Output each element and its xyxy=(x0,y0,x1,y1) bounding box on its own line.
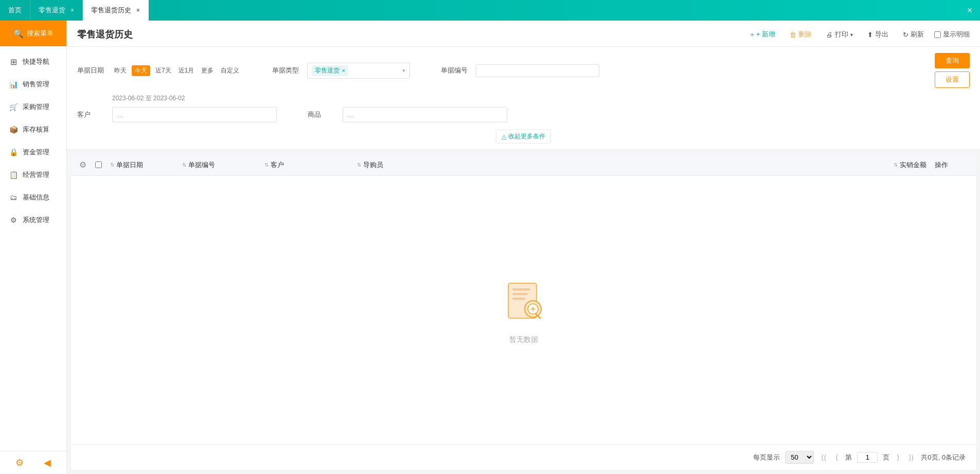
collapse-icon: △ xyxy=(502,133,506,140)
quick-nav-icon: ⊞ xyxy=(8,57,19,67)
bill-no-input[interactable] xyxy=(476,64,599,77)
sidebar-item-operations-label: 经营管理 xyxy=(23,170,49,179)
date-shortcut-1month[interactable]: 近1月 xyxy=(176,65,197,76)
bill-type-tag: 零售退货 × xyxy=(312,65,348,76)
filter-row-2: 客户 … 商品 … xyxy=(77,107,970,122)
customer-input[interactable]: … xyxy=(112,107,277,122)
sidebar-settings-button[interactable]: ⚙ xyxy=(15,457,24,468)
sidebar-item-purchase-mgmt[interactable]: 🛒 采购管理 xyxy=(0,96,66,118)
print-icon: 🖨 xyxy=(826,31,833,39)
date-shortcut-7days[interactable]: 近7天 xyxy=(153,65,173,76)
date-shortcuts: 昨天 今天 近7天 近1月 更多 自定义 xyxy=(112,65,241,76)
date-shortcut-custom[interactable]: 自定义 xyxy=(219,65,241,76)
page-label: 第 xyxy=(845,453,852,462)
customer-filter: 客户 … xyxy=(77,107,277,122)
table-select-all[interactable] xyxy=(91,161,106,168)
tab-retail-return-close[interactable]: × xyxy=(70,7,74,14)
sidebar-item-system-mgmt[interactable]: ⚙ 系统管理 xyxy=(0,209,66,231)
query-button[interactable]: 查询 xyxy=(935,53,970,68)
sidebar: 🔍 搜索菜单 ⊞ 快捷导航 📊 销售管理 🛒 采购管理 📦 库存核算 🔒 xyxy=(0,21,67,474)
th-date[interactable]: ⇅ 单据日期 xyxy=(106,160,178,170)
sidebar-item-basic-info[interactable]: 🗂 基础信息 xyxy=(0,186,66,209)
export-icon: ⬆ xyxy=(867,31,873,39)
sidebar-item-finance[interactable]: 🔒 资金管理 xyxy=(0,141,66,163)
sidebar-item-inventory-label: 库存核算 xyxy=(23,125,49,134)
sidebar-item-quick-nav[interactable]: ⊞ 快捷导航 xyxy=(0,50,66,73)
date-shortcut-today[interactable]: 今天 xyxy=(132,65,150,76)
sort-guide-icon: ⇅ xyxy=(357,162,361,168)
new-icon: + xyxy=(750,31,754,39)
th-amount[interactable]: ⇅ 实销金额 xyxy=(869,160,931,170)
new-button[interactable]: + + 新增 xyxy=(746,28,779,41)
sidebar-item-operations[interactable]: 📋 经营管理 xyxy=(0,163,66,186)
date-range-display: 2023-06-02 至 2023-06-02 xyxy=(112,95,185,102)
show-detail-checkbox[interactable] xyxy=(934,31,941,38)
setting-button[interactable]: 设置 xyxy=(935,71,970,88)
page-number-input[interactable] xyxy=(857,452,878,463)
per-page-select[interactable]: 50 20 100 xyxy=(785,451,814,464)
window-close-button[interactable]: × xyxy=(959,0,980,21)
operations-icon: 📋 xyxy=(8,170,19,180)
tab-retail-return-history[interactable]: 零售退货历史 × xyxy=(83,0,149,21)
pagination: 每页显示 50 20 100 ⟨⟨ ⟨ 第 页 ⟩ ⟩⟩ 共0页, 0条记录 xyxy=(71,444,976,470)
bill-type-tag-close[interactable]: × xyxy=(342,67,345,74)
delete-button[interactable]: 🗑 删除 xyxy=(786,28,816,41)
refresh-icon: ↻ xyxy=(903,31,908,39)
goods-input[interactable]: … xyxy=(343,107,507,122)
tab-retail-return-history-close[interactable]: × xyxy=(136,7,140,14)
svg-rect-1 xyxy=(512,288,530,290)
show-detail-label-text: 显示明细 xyxy=(943,30,970,39)
print-button[interactable]: 🖨 打印 ▾ xyxy=(822,28,857,41)
th-billno[interactable]: ⇅ 单据编号 xyxy=(178,160,260,170)
bill-type-select[interactable]: 零售退货 × ▾ xyxy=(307,63,410,79)
sidebar-item-system-mgmt-label: 系统管理 xyxy=(23,215,49,225)
table-settings-button[interactable]: ⚙ xyxy=(75,160,91,170)
bill-type-filter: 单据类型 零售退货 × ▾ xyxy=(272,63,410,79)
top-bar: 首页 零售退货 × 零售退货历史 × × xyxy=(0,0,980,21)
page-first-button[interactable]: ⟨⟨ xyxy=(819,452,828,463)
sort-date-icon: ⇅ xyxy=(110,162,114,168)
sidebar-item-inventory[interactable]: 📦 库存核算 xyxy=(0,118,66,141)
goods-filter: 商品 … xyxy=(308,107,507,122)
empty-illustration xyxy=(498,276,549,327)
th-guide[interactable]: ⇅ 导购员 xyxy=(353,160,869,170)
tab-retail-return[interactable]: 零售退货 × xyxy=(30,0,83,21)
sidebar-item-sales-mgmt[interactable]: 📊 销售管理 xyxy=(0,73,66,96)
svg-rect-2 xyxy=(512,293,528,295)
sort-customer-icon: ⇅ xyxy=(264,162,269,168)
bill-type-tag-value: 零售退货 xyxy=(315,66,340,75)
refresh-button[interactable]: ↻ 刷新 xyxy=(899,28,928,41)
th-customer[interactable]: ⇅ 客户 xyxy=(260,160,353,170)
basic-info-icon: 🗂 xyxy=(8,192,19,203)
collapse-button[interactable]: △ 收起更多条件 xyxy=(496,130,551,143)
sidebar-item-purchase-mgmt-label: 采购管理 xyxy=(23,102,49,112)
sidebar-item-sales-mgmt-label: 销售管理 xyxy=(23,80,49,89)
th-action-label: 操作 xyxy=(935,160,948,170)
page-prev-button[interactable]: ⟨ xyxy=(833,452,840,463)
collapse-row: △ 收起更多条件 xyxy=(77,127,970,143)
page-title: 零售退货历史 xyxy=(77,28,133,41)
sidebar-collapse-button[interactable]: ◀ xyxy=(44,457,51,468)
select-all-checkbox[interactable] xyxy=(95,161,102,168)
tab-retail-return-label: 零售退货 xyxy=(39,6,65,15)
export-label: 导出 xyxy=(875,30,888,39)
th-amount-label: 实销金额 xyxy=(900,160,926,170)
th-customer-label: 客户 xyxy=(271,160,284,170)
tab-home[interactable]: 首页 xyxy=(0,0,30,21)
sidebar-item-basic-info-label: 基础信息 xyxy=(23,193,49,202)
date-shortcut-yesterday[interactable]: 昨天 xyxy=(112,65,129,76)
bill-no-label: 单据编号 xyxy=(441,66,472,75)
per-page-label: 每页显示 xyxy=(753,453,780,462)
date-shortcut-more[interactable]: 更多 xyxy=(199,65,216,76)
filter-row-1: 单据日期 昨天 今天 近7天 近1月 更多 自定义 单据类型 xyxy=(77,53,970,88)
date-filter: 单据日期 昨天 今天 近7天 近1月 更多 自定义 xyxy=(77,65,241,76)
export-button[interactable]: ⬆ 导出 xyxy=(863,28,893,41)
content-area: 零售退货历史 + + 新增 🗑 删除 🖨 打印 ▾ ⬆ 导出 xyxy=(67,21,980,474)
search-icon: 🔍 xyxy=(13,29,24,39)
query-setting-group: 查询 设置 xyxy=(935,53,970,88)
sort-billno-icon: ⇅ xyxy=(182,162,186,168)
sidebar-search[interactable]: 🔍 搜索菜单 xyxy=(0,21,66,46)
show-detail-toggle[interactable]: 显示明细 xyxy=(934,30,970,39)
page-next-button[interactable]: ⟩ xyxy=(895,452,901,463)
page-last-button[interactable]: ⟩⟩ xyxy=(906,452,916,463)
